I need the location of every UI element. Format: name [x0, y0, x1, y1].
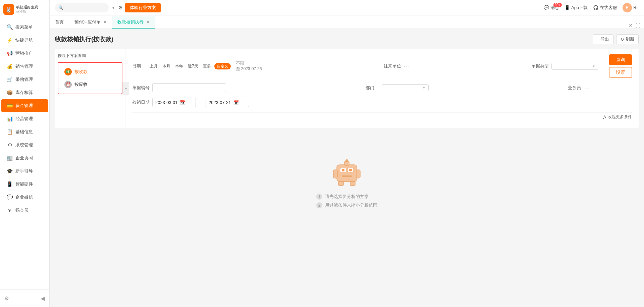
sidebar-item-search[interactable]: 🔍 搜索菜单 [1, 21, 48, 34]
docno-input[interactable] [152, 83, 226, 92]
topbar-gear-icon[interactable]: ⚙ [118, 5, 122, 11]
doctype-select[interactable]: ▼ [551, 63, 598, 70]
username-label: Rit [633, 5, 639, 10]
staff-input-dots[interactable]: ··· [584, 85, 590, 90]
marketing-nav-icon: 📢 [7, 50, 13, 56]
message-btn[interactable]: 💬 消息 99+ [544, 5, 559, 11]
tab-prepay-close-icon[interactable]: ✕ [103, 20, 107, 24]
writeoff-date-range: 2023-03-01 📅 — 2023-07-21 📅 [152, 98, 249, 107]
date-link-last-month[interactable]: 上月 [148, 63, 159, 70]
writeoff-end-text: 2023-07-21 [209, 100, 231, 105]
tab-home[interactable]: 首页 [50, 16, 69, 29]
sidebar-item-finance[interactable]: 💳 资金管理 [1, 99, 48, 112]
hint-text-2: 用过滤条件来缩小分析范围 [325, 202, 377, 208]
sidebar-item-guide[interactable]: 🎓 新手引导 [1, 165, 48, 177]
filter-scheme-title: 按以下方案查询 [58, 53, 122, 59]
filter-row-1: 日期 上月 本月 本年 近7天 更多 自定义 不限 至 2023-07-26 [132, 54, 632, 78]
date-label: 日期 [132, 63, 146, 69]
filter-scheme-panel: 按以下方案查询 💵 按收款 ⏰ 按应收 » [55, 49, 125, 128]
filter-option-by-receivable[interactable]: ⏰ 按应收 [61, 78, 119, 91]
wechat-nav-icon: 💬 [7, 194, 13, 200]
sidebar-item-finance-label: 资金管理 [15, 103, 33, 109]
filter-form: 日期 上月 本月 本年 近7天 更多 自定义 不限 至 2023-07-26 [125, 49, 639, 128]
sidebar-item-member[interactable]: V 畅会员 [1, 204, 48, 217]
query-btn[interactable]: 查询 [609, 54, 632, 65]
partner-input-dots[interactable]: ··· [404, 64, 410, 69]
sidebar-collapse-btn[interactable]: ◀ [37, 293, 48, 304]
svg-rect-9 [356, 170, 360, 178]
sidebar-item-inventory[interactable]: 📦 库存核算 [1, 86, 48, 99]
finance-nav-icon: 💳 [7, 103, 13, 109]
writeoff-start-text: 2023-03-01 [155, 100, 178, 105]
svg-rect-5 [342, 175, 352, 177]
dept-select[interactable]: ▼ [382, 84, 429, 91]
service-btn[interactable]: 🎧 在线客服 [593, 5, 617, 11]
tab-fullscreen-icon[interactable]: ⛶ [636, 23, 641, 29]
tab-home-label: 首页 [55, 19, 64, 25]
by-receipt-label: 按收款 [74, 69, 88, 75]
topbar-right: 💬 消息 99+ 📱 App下载 🎧 在线客服 R Rit [544, 3, 639, 12]
date-link-this-month[interactable]: 本月 [161, 63, 172, 70]
writeoff-start-cal-icon[interactable]: 📅 [180, 100, 185, 105]
date-link-more[interactable]: 更多 [202, 63, 212, 70]
export-btn[interactable]: ↑ 导出 [593, 34, 614, 44]
sidebar-item-management-label: 经营管理 [15, 116, 33, 122]
filter-collapse-btn[interactable]: » [122, 82, 129, 95]
user-account[interactable]: R Rit [623, 3, 639, 12]
service-icon: 🎧 [593, 5, 598, 10]
sidebar-item-wechat[interactable]: 💬 企业微信 [1, 191, 48, 204]
date-link-this-year[interactable]: 本年 [174, 63, 184, 70]
topbar-search-box[interactable]: 🔍 [55, 3, 109, 12]
tab-writeoff-close-icon[interactable]: ✕ [146, 20, 150, 24]
purchase-nav-icon: 🛒 [7, 76, 13, 83]
sidebar-item-marketing[interactable]: 📢 营销推广 [1, 47, 48, 60]
enterprise-nav-icon: 🏢 [7, 155, 13, 161]
sidebar-item-basic[interactable]: 📋 基础信息 [1, 125, 48, 138]
sidebar-item-quick[interactable]: ⚡ 快捷导航 [1, 34, 48, 47]
date-to: 至 2023-07-26 [236, 66, 262, 72]
svg-point-7 [345, 159, 348, 162]
date-no-limit: 不限 [236, 60, 262, 66]
tab-close-all-icon[interactable]: ✕ [629, 22, 633, 29]
tab-writeoff[interactable]: 收款核销执行 ✕ [112, 16, 155, 29]
refresh-btn[interactable]: ↻ 刷新 [616, 34, 639, 44]
search-nav-icon: 🔍 [7, 24, 13, 30]
date-link-7days[interactable]: 近7天 [186, 63, 200, 70]
sidebar-item-management[interactable]: 📊 经营管理 [1, 112, 48, 125]
collapse-more-btn[interactable]: ⋀ 收起更多条件 [603, 114, 632, 120]
sidebar-item-guide-label: 新手引导 [15, 168, 33, 174]
date-custom-badge[interactable]: 自定义 [214, 63, 231, 69]
sidebar-item-sales[interactable]: 💰 销售管理 [1, 60, 48, 73]
sidebar-item-hardware-label: 智能硬件 [15, 181, 33, 187]
tab-prepay[interactable]: 预付冲应付单 ✕ [69, 16, 112, 29]
logo-icon: 🐰 [3, 4, 14, 15]
filter-docno-item: 单据编号 [132, 83, 226, 92]
writeoff-end-cal-icon[interactable]: 📅 [233, 100, 239, 105]
filter-action-btns: 查询 设置 [609, 54, 632, 78]
filter-date-item: 日期 上月 本月 本年 近7天 更多 自定义 不限 至 2023-07-26 [132, 60, 262, 72]
date-links: 上月 本月 本年 近7天 更多 自定义 [148, 63, 231, 70]
writeoff-end-field[interactable]: 2023-07-21 📅 [206, 98, 249, 107]
date-info: 不限 至 2023-07-26 [236, 60, 262, 72]
sidebar-item-purchase[interactable]: 🛒 采购管理 [1, 73, 48, 86]
settings-btn[interactable]: 设置 [609, 67, 632, 78]
tab-prepay-label: 预付冲应付单 [74, 19, 101, 25]
hardware-nav-icon: 📱 [7, 181, 13, 187]
sidebar-item-enterprise-label: 企业协同 [15, 155, 33, 161]
topbar-left: 🔍 ▼ ⚙ 体验行业方案 [55, 3, 540, 12]
user-avatar: R [623, 3, 632, 12]
empty-hint-2: 2 用过滤条件来缩小分析范围 [316, 202, 377, 208]
partner-label: 往来单位 [384, 63, 401, 69]
app-download-btn[interactable]: 📱 App下载 [565, 5, 588, 11]
writeoff-start-field[interactable]: 2023-03-01 📅 [152, 98, 196, 107]
empty-hints: 1 请先选择要分析的方案 2 用过滤条件来缩小分析范围 [316, 194, 377, 208]
empty-robot-illustration [330, 155, 364, 188]
sidebar-item-enterprise[interactable]: 🏢 企业协同 [1, 152, 48, 164]
page-title: 收款核销执行(按收款) [55, 35, 113, 43]
industry-btn[interactable]: 体验行业方案 [125, 3, 161, 12]
topbar-dropdown-chevron[interactable]: ▼ [111, 5, 115, 10]
sidebar-item-system[interactable]: ⚙ 系统管理 [1, 139, 48, 151]
sidebar-item-hardware[interactable]: 📱 智能硬件 [1, 178, 48, 191]
sidebar-settings-btn[interactable]: ⚙ [1, 293, 12, 304]
filter-option-by-receipt[interactable]: 💵 按收款 [61, 65, 119, 78]
